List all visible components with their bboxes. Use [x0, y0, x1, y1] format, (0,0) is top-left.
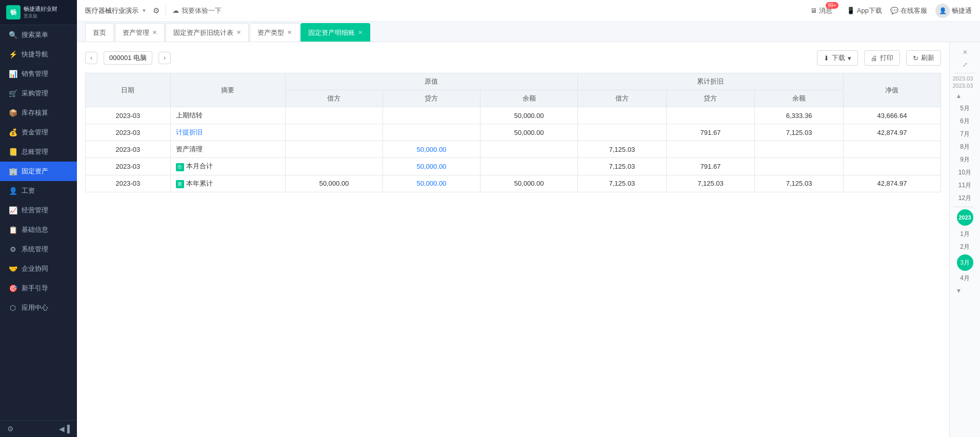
experience-text: 我要体验一下 — [182, 6, 222, 15]
sidebar-label-funds: 资金管理 — [22, 128, 48, 137]
download-icon: ⬇ — [824, 54, 829, 62]
topbar-actions: 🖥 消息 99+ 📱 App下载 💬 在线客服 👤 畅捷通 — [810, 4, 972, 18]
tab-asset-detail[interactable]: 固定资产明细账 ✕ — [301, 23, 370, 42]
cell-orig-balance — [480, 158, 577, 175]
print-button[interactable]: 🖨 打印 — [864, 50, 900, 66]
sidebar-icon-purchase: 🛒 — [8, 89, 17, 98]
sidebar-item-quick-nav[interactable]: ⚡快捷导航 — [0, 45, 77, 64]
sidebar-item-guide[interactable]: 🎯新手引导 — [0, 279, 77, 298]
refresh-button[interactable]: ↻ 刷新 — [906, 50, 941, 66]
right-panel: ✕ ⤢ 2023.032023.03▲5月6月7月8月9月10月11月12月20… — [949, 42, 980, 437]
tab-home[interactable]: 首页 — [85, 23, 114, 42]
cell-date: 2023-03 — [86, 124, 171, 141]
cell-orig-credit: 50,000.00 — [383, 175, 480, 192]
sidebar-item-operations[interactable]: 📈经营管理 — [0, 201, 77, 220]
col-accumulated-depreciation: 累计折旧 — [578, 73, 844, 90]
sidebar-item-funds[interactable]: 💰资金管理 — [0, 123, 77, 142]
right-panel-expand-icon[interactable]: ⤢ — [959, 58, 971, 71]
table-row: 2023-03 资产清理 50,000.00 7,125.03 — [86, 141, 941, 158]
topbar-divider — [166, 6, 166, 16]
toolbar-row: ‹ 000001 电脑 › ⬇ 下载 ▾ 🖨 打印 ↻ 刷新 — [85, 50, 941, 66]
rp-scroll-down-icon[interactable]: ▼ — [953, 285, 965, 297]
tabbar: 首页 资产管理 ✕ 固定资产折旧统计表 ✕ 资产类型 ✕ 固定资产明细账 ✕ — [77, 22, 980, 42]
sidebar-label-operations: 经营管理 — [22, 206, 48, 215]
right-panel-close-icon[interactable]: ✕ — [959, 46, 971, 58]
tab-asset-type-label: 资产类型 — [257, 28, 284, 37]
cell-date: 2023-03 — [86, 107, 171, 124]
sidebar-item-search[interactable]: 🔍搜索菜单 — [0, 25, 77, 45]
sidebar-item-app-center[interactable]: ⬡应用中心 — [0, 298, 77, 317]
sidebar-item-system[interactable]: ⚙系统管理 — [0, 240, 77, 259]
cell-net-value: 42,874.97 — [843, 175, 941, 192]
col-date: 日期 — [86, 73, 171, 107]
sidebar-item-purchase[interactable]: 🛒采购管理 — [0, 84, 77, 103]
message-action[interactable]: 🖥 消息 99+ — [810, 6, 832, 15]
rp-scroll-up-icon[interactable]: ▲ — [953, 90, 965, 102]
cell-accum-balance — [755, 141, 844, 158]
rp-prev-month[interactable]: 8月 — [953, 141, 977, 153]
sub-col-orig-credit: 贷方 — [383, 90, 480, 107]
tab-asset-type[interactable]: 资产类型 ✕ — [250, 23, 299, 42]
rp-prev-month[interactable]: 9月 — [953, 153, 977, 166]
sidebar-item-sales[interactable]: 📊销售管理 — [0, 64, 77, 84]
sidebar-item-basic-info[interactable]: 📋基础信息 — [0, 220, 77, 240]
user-action[interactable]: 👤 畅捷通 — [935, 4, 972, 18]
user-name: 畅捷通 — [952, 6, 972, 15]
rp-prev-month[interactable]: 11月 — [953, 179, 977, 192]
cell-accum-credit: 791.67 — [666, 158, 755, 175]
sidebar-label-system: 系统管理 — [22, 245, 48, 254]
cell-date: 2023-03 — [86, 158, 171, 175]
company-selector[interactable]: 医疗器械行业演示 ▼ — [85, 6, 147, 15]
table-row: 2023-03 累本年累计 50,000.00 50,000.00 50,000… — [86, 175, 941, 192]
sidebar-icon-sales: 📊 — [8, 69, 17, 78]
tab-depreciation-stats[interactable]: 固定资产折旧统计表 ✕ — [166, 23, 249, 42]
settings-gear-icon[interactable]: ⚙ — [153, 6, 159, 15]
sidebar-icon-ledger: 📒 — [8, 147, 17, 156]
sidebar-item-inventory[interactable]: 📦库存核算 — [0, 103, 77, 123]
rp-current-month[interactable]: 1月 — [953, 228, 977, 241]
rp-current-month[interactable]: 2月 — [953, 241, 977, 253]
table-row: 2023-03 计提折旧 50,000.00 791.67 7,125.03 4… — [86, 124, 941, 141]
sidebar-label-ledger: 总账管理 — [22, 147, 48, 156]
sidebar-item-cooperation[interactable]: 🤝企业协同 — [0, 259, 77, 279]
rp-prev-month[interactable]: 6月 — [953, 115, 977, 128]
sidebar-label-quick-nav: 快捷导航 — [22, 50, 48, 59]
content-main: ‹ 000001 电脑 › ⬇ 下载 ▾ 🖨 打印 ↻ 刷新 — [77, 42, 949, 437]
company-name: 医疗器械行业演示 — [85, 6, 138, 15]
tab-depreciation-stats-label: 固定资产折旧统计表 — [173, 28, 233, 37]
rp-current-year-badge: 2023 — [957, 209, 973, 226]
summary-link[interactable]: 计提折旧 — [176, 128, 203, 136]
tab-asset-type-close[interactable]: ✕ — [287, 29, 292, 36]
topbar: 医疗器械行业演示 ▼ ⚙ ☁ 我要体验一下 🖥 消息 99+ 📱 App下载 💬… — [77, 0, 980, 22]
rp-prev-month[interactable]: 10月 — [953, 166, 977, 179]
download-button[interactable]: ⬇ 下载 ▾ — [817, 50, 858, 66]
tab-asset-mgmt[interactable]: 资产管理 ✕ — [115, 23, 165, 42]
collapse-icon[interactable]: ◀▐ — [59, 425, 70, 433]
rp-prev-month[interactable]: 7月 — [953, 128, 977, 141]
prev-asset-button[interactable]: ‹ — [85, 52, 97, 64]
next-asset-button[interactable]: › — [158, 52, 171, 64]
rp-prev-month[interactable]: 12月 — [953, 192, 977, 205]
sidebar-item-payroll[interactable]: 👤工资 — [0, 181, 77, 201]
rp-mid-divider — [953, 207, 973, 207]
online-service-action[interactable]: 💬 在线客服 — [890, 6, 927, 15]
tab-asset-detail-close[interactable]: ✕ — [358, 29, 363, 36]
rp-current-month[interactable]: 3月 — [957, 254, 973, 271]
tab-depreciation-stats-close[interactable]: ✕ — [236, 29, 241, 36]
company-dropdown-arrow: ▼ — [142, 8, 147, 13]
cell-orig-debit — [285, 141, 383, 158]
asset-code-tag: 000001 电脑 — [104, 51, 152, 65]
sidebar-item-ledger[interactable]: 📒总账管理 — [0, 142, 77, 162]
tab-home-label: 首页 — [93, 28, 106, 37]
app-download-action[interactable]: 📱 App下载 — [847, 6, 882, 15]
rp-current-month[interactable]: 4月 — [953, 272, 977, 285]
tab-asset-mgmt-close[interactable]: ✕ — [152, 29, 157, 36]
cell-date: 2023-03 — [86, 175, 171, 192]
table-row: 2023-03 合本月合计 50,000.00 7,125.03 791.67 — [86, 158, 941, 175]
rp-prev-month[interactable]: 5月 — [953, 102, 977, 115]
sidebar-icon-fixed-assets: 🏢 — [8, 167, 17, 176]
sidebar-item-fixed-assets[interactable]: 🏢固定资产 — [0, 162, 77, 181]
settings-icon[interactable]: ⚙ — [7, 425, 14, 433]
experience-button[interactable]: ☁ 我要体验一下 — [172, 6, 222, 15]
logo-name: 畅捷通好业财 — [24, 5, 57, 12]
